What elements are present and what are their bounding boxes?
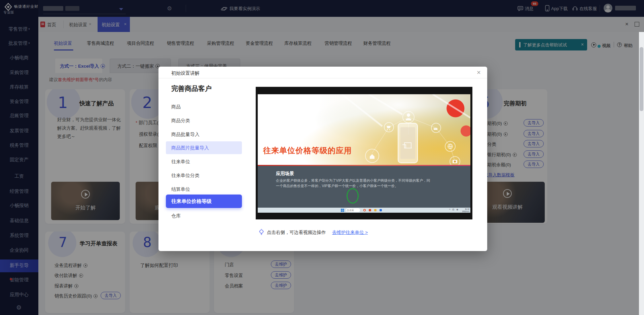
- modal-menu-goods-batch-import[interactable]: 商品批量导入: [166, 128, 242, 141]
- edge-icon: [380, 209, 382, 211]
- maintain-partner-link[interactable]: 去维护往来单位 >: [332, 230, 368, 236]
- slide-section-heading: 应用场景: [276, 171, 294, 177]
- slide-taskbar: 搜索 ^ ⊡ ⊗ 11:122022/1/1: [258, 208, 470, 213]
- video-player[interactable]: 往来单位价格等级的应用 应用场景 企业的客户群体众多，将客户划分为了VIP大客户…: [256, 87, 472, 219]
- slide-title: 往来单位价格等级的应用: [263, 145, 352, 156]
- modal-menu-warehouse[interactable]: 仓库: [166, 209, 242, 222]
- modal-menu-settlement-unit[interactable]: 结算单位: [166, 183, 242, 196]
- scrollbar-thumb[interactable]: [640, 47, 643, 111]
- modal-close-icon[interactable]: ×: [477, 69, 481, 76]
- taskbar-tray: ^ ⊡ ⊗: [449, 208, 459, 211]
- slide-body-line: 企业的客户群体众多，将客户划分为了VIP大客户以及普通的小客户两级分类，不同等级…: [276, 178, 430, 183]
- modal-menu-goods-image-import[interactable]: 商品图片批量导入: [166, 141, 242, 154]
- modal-section-heading: 完善商品客户: [171, 84, 212, 93]
- modal-menu-partner-category[interactable]: 往来单位分类: [166, 169, 242, 182]
- video-slide: 往来单位价格等级的应用 应用场景 企业的客户群体众多，将客户划分为了VIP大客户…: [258, 94, 470, 213]
- lightbulb-icon: [259, 229, 264, 236]
- modal-menu-partners[interactable]: 往来单位: [166, 155, 242, 168]
- scrollbar-track[interactable]: [639, 32, 644, 315]
- annotation-circle: [347, 188, 359, 204]
- modal-menu-goods[interactable]: 商品: [166, 100, 242, 113]
- slide-body-line: 一个商品的售价是不一样的，VIP客户群一个统一价，小客户群体一个统一价。: [276, 184, 398, 188]
- modal-title: 初始设置讲解: [171, 70, 200, 76]
- modal-menu-partner-price-level[interactable]: 往来单位价格等级: [166, 195, 242, 208]
- app-window: ⚙ 我要看实例演示 消息 65 App下载 在线客服 畅捷通好业财 专业版 零: [0, 0, 644, 315]
- office-icon: [369, 209, 371, 211]
- modal-header-divider: [158, 78, 487, 78]
- taskbar-clock: 11:122022/1/1: [462, 208, 469, 212]
- chrome-icon: [363, 209, 366, 211]
- modal-tip-text: 点击右侧，可边看视频边操作: [267, 230, 326, 236]
- modal-menu-goods-category[interactable]: 商品分类: [166, 114, 242, 127]
- taskbar-search: 搜索: [346, 208, 360, 212]
- folder-icon: [374, 209, 377, 211]
- slide-photo: 往来单位价格等级的应用: [258, 94, 470, 165]
- slide-dark-section: 应用场景 企业的客户群体众多，将客户划分为了VIP大客户以及普通的小客户两级分类…: [258, 166, 470, 208]
- settings-guide-modal: 初始设置讲解 × 完善商品客户 商品 商品分类 商品批量导入 商品图片批量导入 …: [158, 67, 487, 251]
- windows-icon: [341, 209, 344, 212]
